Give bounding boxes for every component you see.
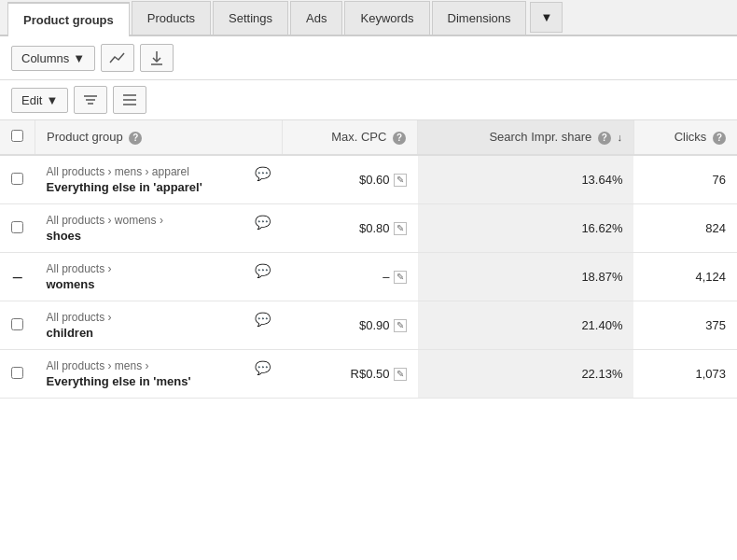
clicks-value: 1,073 <box>695 367 726 381</box>
search-impr-share-value: 18.87% <box>581 270 622 284</box>
max-cpc-cell: $0.90 ✎ <box>282 301 417 350</box>
edit-dropdown-arrow: ▼ <box>46 93 58 107</box>
row-checkbox[interactable] <box>11 221 23 233</box>
max-cpc-cell: – ✎ <box>282 253 417 301</box>
tab-settings[interactable]: Settings <box>213 1 288 35</box>
select-all-checkbox[interactable] <box>11 130 23 142</box>
tab-product-groups[interactable]: Product groups <box>7 2 130 36</box>
download-icon <box>148 49 165 66</box>
clicks-value: 824 <box>705 221 726 235</box>
data-table: Product group ? Max. CPC ? Search Impr. … <box>0 120 737 399</box>
clicks-cell: 76 <box>633 155 737 204</box>
select-cell[interactable] <box>0 155 35 204</box>
search-impr-share-cell: 18.87% <box>418 253 634 301</box>
header-select[interactable] <box>0 120 35 155</box>
comment-icon[interactable]: 💬 <box>255 263 271 278</box>
max-cpc-cell: R$0.50 ✎ <box>282 350 417 399</box>
search-impr-share-value: 13.64% <box>581 173 622 187</box>
product-path: All products › <box>47 262 271 275</box>
search-impr-share-value: 21.40% <box>581 318 622 332</box>
cpc-edit-icon[interactable]: ✎ <box>394 174 407 187</box>
search-impr-share-cell: 21.40% <box>418 301 634 350</box>
product-group-cell: All products › womens › shoes 💬 <box>35 204 283 253</box>
tab-products[interactable]: Products <box>132 1 211 35</box>
clicks-value: 375 <box>705 318 726 332</box>
product-path: All products › womens › <box>47 214 271 227</box>
tab-bar: Product groups Products Settings Ads Key… <box>0 0 737 36</box>
chart-icon <box>109 49 126 66</box>
header-product-group[interactable]: Product group ? <box>35 120 283 155</box>
search-impr-share-value: 22.13% <box>581 367 622 381</box>
sort-arrow-icon: ↓ <box>617 132 622 143</box>
list-button[interactable] <box>113 86 146 114</box>
table-header-row: Product group ? Max. CPC ? Search Impr. … <box>0 120 737 155</box>
row-dash: – <box>13 267 22 286</box>
product-name: children <box>47 326 271 340</box>
tab-more-button[interactable]: ▼ <box>530 2 563 33</box>
chart-button[interactable] <box>101 44 134 72</box>
max-cpc-value: – <box>382 270 389 284</box>
cpc-edit-icon[interactable]: ✎ <box>394 271 407 284</box>
table-row: All products › children 💬 $0.90 ✎ 21.40%… <box>0 301 737 350</box>
filter-icon <box>82 91 99 108</box>
product-path: All products › mens › apparel <box>47 165 271 178</box>
max-cpc-value: $0.60 <box>359 173 390 187</box>
header-clicks[interactable]: Clicks ? <box>633 120 737 155</box>
comment-icon[interactable]: 💬 <box>255 360 271 375</box>
product-name: shoes <box>47 229 271 243</box>
header-max-cpc[interactable]: Max. CPC ? <box>282 120 417 155</box>
toolbar-1: Columns ▼ <box>0 36 737 80</box>
list-icon <box>121 91 138 108</box>
columns-button[interactable]: Columns ▼ <box>11 46 95 71</box>
edit-button[interactable]: Edit ▼ <box>11 88 68 113</box>
cpc-edit-icon[interactable]: ✎ <box>394 368 407 381</box>
product-name: Everything else in 'apparel' <box>47 180 271 194</box>
max-cpc-value: $0.90 <box>359 318 390 332</box>
select-cell[interactable] <box>0 301 35 350</box>
download-button[interactable] <box>140 44 174 72</box>
comment-icon[interactable]: 💬 <box>255 312 271 327</box>
clicks-cell: 4,124 <box>633 253 737 301</box>
cpc-edit-icon[interactable]: ✎ <box>394 319 407 332</box>
clicks-value: 4,124 <box>695 270 726 284</box>
table-row: All products › mens › apparel Everything… <box>0 155 737 204</box>
search-impr-share-cell: 13.64% <box>418 155 634 204</box>
select-cell[interactable]: – <box>0 253 35 301</box>
columns-dropdown-arrow: ▼ <box>73 51 85 65</box>
max-cpc-value: R$0.50 <box>351 367 390 381</box>
table-row: – All products › womens 💬 – ✎ 18.87%4,12… <box>0 253 737 301</box>
row-checkbox[interactable] <box>11 367 23 379</box>
columns-label: Columns <box>21 51 69 65</box>
clicks-cell: 824 <box>633 204 737 253</box>
table-row: All products › womens › shoes 💬 $0.80 ✎ … <box>0 204 737 253</box>
product-group-help-icon[interactable]: ? <box>129 132 142 145</box>
product-path: All products › mens › <box>47 359 271 372</box>
tab-dimensions[interactable]: Dimensions <box>432 1 527 35</box>
cpc-edit-icon[interactable]: ✎ <box>394 222 407 235</box>
comment-icon[interactable]: 💬 <box>255 166 271 181</box>
clicks-help-icon[interactable]: ? <box>713 132 726 145</box>
max-cpc-cell: $0.80 ✎ <box>282 204 417 253</box>
search-impr-share-cell: 16.62% <box>418 204 634 253</box>
search-impr-share-cell: 22.13% <box>418 350 634 399</box>
select-cell[interactable] <box>0 204 35 253</box>
edit-label: Edit <box>21 93 42 107</box>
max-cpc-cell: $0.60 ✎ <box>282 155 417 204</box>
max-cpc-help-icon[interactable]: ? <box>393 132 406 145</box>
product-group-cell: All products › mens › apparel Everything… <box>35 155 283 204</box>
header-search-impr-share[interactable]: Search Impr. share ? ↓ <box>418 120 634 155</box>
row-checkbox[interactable] <box>11 173 23 185</box>
comment-icon[interactable]: 💬 <box>255 215 271 230</box>
filter-button[interactable] <box>74 86 107 114</box>
clicks-cell: 1,073 <box>633 350 737 399</box>
table-row: All products › mens › Everything else in… <box>0 350 737 399</box>
select-cell[interactable] <box>0 350 35 399</box>
row-checkbox[interactable] <box>11 318 23 330</box>
search-impr-help-icon[interactable]: ? <box>598 132 611 145</box>
product-name: Everything else in 'mens' <box>47 374 271 388</box>
product-group-cell: All products › mens › Everything else in… <box>35 350 283 399</box>
product-path: All products › <box>47 311 271 324</box>
tab-keywords[interactable]: Keywords <box>344 1 429 35</box>
tab-ads[interactable]: Ads <box>290 1 342 35</box>
toolbar-2: Edit ▼ <box>0 80 737 120</box>
